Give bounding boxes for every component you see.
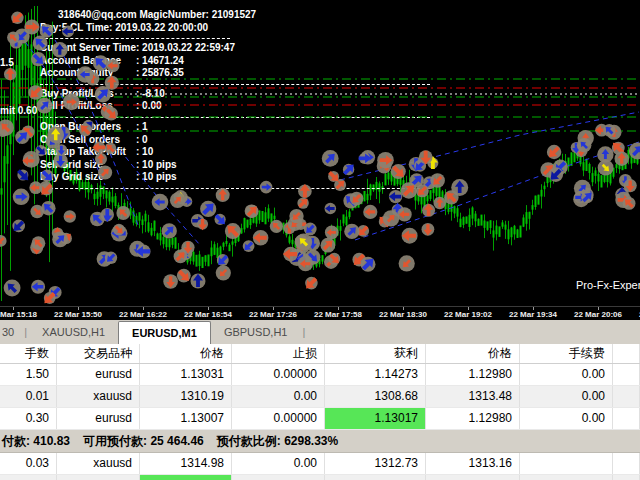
trade-marker bbox=[47, 126, 64, 143]
trade-marker bbox=[615, 152, 629, 166]
trade-marker bbox=[389, 190, 402, 203]
table-row[interactable]: 0.60eurusd1.130780.000001.130811.13031 bbox=[0, 475, 640, 480]
trade-marker bbox=[341, 161, 357, 177]
column-header[interactable]: 交易品种 bbox=[57, 344, 140, 363]
trade-marker bbox=[242, 240, 255, 253]
trade-marker bbox=[31, 280, 45, 294]
trade-marker bbox=[270, 220, 283, 233]
table-cell: 1.13031 bbox=[140, 364, 232, 385]
summary-label: 付款: bbox=[2, 434, 33, 448]
trade-marker bbox=[197, 219, 208, 231]
column-header[interactable]: 获利 bbox=[325, 344, 426, 363]
table-cell: 0.01 bbox=[0, 386, 57, 407]
column-header[interactable]: 价格 bbox=[140, 344, 232, 363]
table-cell bbox=[613, 408, 640, 429]
table-cell: 1308.68 bbox=[325, 386, 426, 407]
trade-marker bbox=[325, 226, 339, 240]
time-axis[interactable]: 22 Mar 15:1822 Mar 15:5022 Mar 16:2222 M… bbox=[0, 306, 640, 321]
trade-marker bbox=[40, 168, 56, 184]
trade-marker bbox=[302, 275, 319, 292]
trade-marker bbox=[7, 31, 19, 43]
chart-tab-xauusd-h1[interactable]: XAUUSD,H1 bbox=[29, 321, 118, 343]
time-axis-label: 22 Mar 19:34 bbox=[509, 310, 557, 319]
trade-marker bbox=[603, 124, 616, 137]
trade-table: 手数交易品种价格止损获利价格手续费1.50eurusd1.130310.0000… bbox=[0, 344, 640, 480]
trade-marker bbox=[298, 256, 313, 271]
trade-marker bbox=[181, 241, 194, 254]
table-cell: 1.13007 bbox=[140, 408, 232, 429]
trade-marker bbox=[296, 196, 310, 210]
table-cell: xauusd bbox=[57, 386, 140, 407]
chart-tab-eurusd-m1[interactable]: EURUSD,M1 bbox=[118, 321, 211, 345]
chart-tab-30[interactable]: 30 bbox=[0, 321, 22, 343]
trade-marker bbox=[399, 255, 415, 271]
summary-value: 410.83 bbox=[33, 434, 70, 448]
trade-marker bbox=[216, 265, 231, 280]
trade-marker bbox=[577, 138, 592, 153]
trade-marker bbox=[52, 232, 68, 248]
chart-tab-bar: 30|XAUUSD,H1EURUSD,M1GBPUSD,H1| bbox=[0, 320, 640, 344]
trade-marker bbox=[191, 274, 206, 289]
trade-marker bbox=[32, 236, 46, 250]
chart-tab-gbpusd-h1[interactable]: GBPUSD,H1 bbox=[211, 321, 301, 343]
table-cell: 0.00 bbox=[232, 386, 325, 407]
table-row[interactable]: 1.50eurusd1.130310.000001.142731.129800.… bbox=[0, 364, 640, 386]
trade-marker bbox=[98, 165, 112, 179]
trade-marker bbox=[597, 146, 613, 162]
table-cell: 1.13078 bbox=[140, 475, 232, 480]
trade-marker bbox=[289, 209, 303, 223]
tab-divider: | bbox=[300, 326, 307, 338]
table-row[interactable]: 0.03xauusd1314.980.001312.731313.16 bbox=[0, 453, 640, 475]
trade-marker bbox=[298, 184, 312, 198]
trade-marker bbox=[116, 206, 130, 220]
table-cell bbox=[613, 364, 640, 385]
trade-marker bbox=[95, 153, 107, 165]
column-header[interactable]: 手续费 bbox=[520, 344, 613, 363]
summary-segment: 可用预付款: 25 464.46 bbox=[83, 433, 204, 450]
time-axis-label: 22 Mar 17:26 bbox=[249, 310, 297, 319]
trade-marker bbox=[52, 42, 68, 58]
trade-marker bbox=[344, 224, 359, 239]
column-header[interactable]: 手数 bbox=[0, 344, 57, 363]
table-row[interactable]: 0.01xauusd1310.190.001308.681313.480.00 bbox=[0, 386, 640, 408]
trade-marker bbox=[163, 274, 178, 289]
trade-marker bbox=[31, 52, 47, 68]
table-cell: 0.60 bbox=[0, 475, 57, 480]
trade-marker bbox=[10, 218, 26, 234]
trade-marker bbox=[104, 142, 116, 154]
summary-segment: 付款: 410.83 bbox=[2, 433, 70, 450]
table-cell bbox=[613, 475, 640, 480]
table-cell: xauusd bbox=[57, 453, 140, 474]
trade-marker bbox=[4, 280, 21, 297]
trade-marker bbox=[377, 152, 394, 169]
table-cell: 0.00000 bbox=[232, 408, 325, 429]
summary-label: 可用预付款: bbox=[83, 434, 150, 448]
time-axis-label: 22 Mar 15:18 bbox=[0, 310, 37, 319]
trade-marker bbox=[283, 247, 298, 262]
trade-marker bbox=[63, 94, 80, 111]
table-cell: 0.00 bbox=[520, 386, 613, 407]
trade-marker bbox=[92, 54, 109, 71]
table-cell: eurusd bbox=[57, 364, 140, 385]
trade-marker bbox=[325, 203, 337, 215]
table-cell: 1313.48 bbox=[426, 386, 520, 407]
time-axis-label: 22 Mar 18:30 bbox=[379, 310, 427, 319]
trade-marker bbox=[295, 234, 312, 251]
table-row[interactable]: 0.30eurusd1.130070.000001.130171.129800.… bbox=[0, 408, 640, 430]
trade-marker bbox=[4, 68, 16, 81]
table-cell: 0.00 bbox=[232, 453, 325, 474]
chart-area[interactable]: 318640@qq.com MagicNumber: 21091527Day:5… bbox=[0, 0, 640, 306]
table-cell: 1.13031 bbox=[426, 475, 520, 480]
column-header[interactable]: 止损 bbox=[232, 344, 325, 363]
time-axis-label: 22 Mar 17:58 bbox=[314, 310, 362, 319]
column-header[interactable]: 价格 bbox=[426, 344, 520, 363]
table-cell: 0.30 bbox=[0, 408, 57, 429]
table-header-row: 手数交易品种价格止损获利价格手续费 bbox=[0, 344, 640, 364]
time-axis-label: 22 Mar 19:02 bbox=[444, 310, 492, 319]
table-cell bbox=[520, 475, 613, 480]
trade-marker bbox=[162, 223, 177, 238]
summary-label: 预付款比例: bbox=[217, 434, 284, 448]
column-header[interactable] bbox=[613, 344, 640, 363]
mt4-window: 318640@qq.com MagicNumber: 21091527Day:5… bbox=[0, 0, 640, 480]
trade-marker bbox=[260, 181, 273, 194]
